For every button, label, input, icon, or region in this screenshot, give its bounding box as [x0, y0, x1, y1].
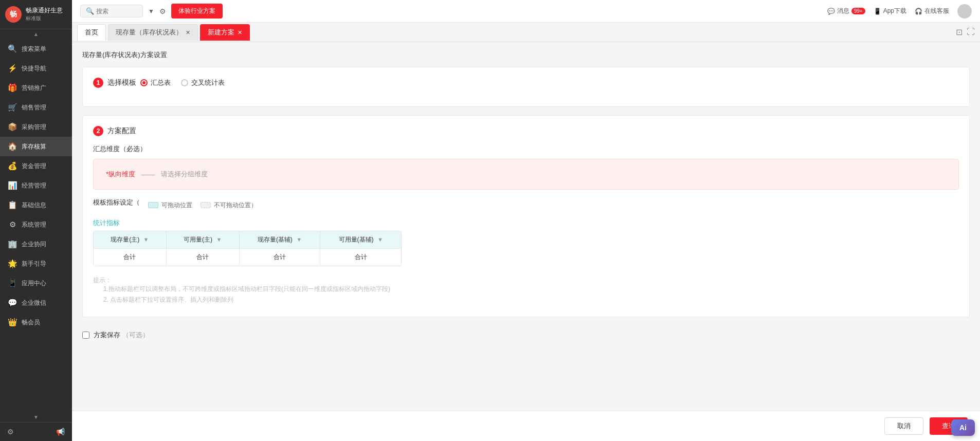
headset-icon: 🎧	[915, 8, 922, 15]
section1-header: 1 选择模板 汇总表 交叉统计表	[93, 78, 959, 88]
save-option: 方案保存 （可选）	[82, 325, 970, 345]
maximize-icon[interactable]: ⛶	[967, 27, 975, 37]
stats-table: 现存量(主) ▼ 可用量(主) ▼ 现存量(基辅) ▼	[93, 231, 402, 266]
cancel-button[interactable]: 取消	[884, 417, 923, 435]
app-download-button[interactable]: 📱 App下载	[874, 7, 906, 15]
sidebar-item-quick-nav[interactable]: ⚡ 快捷导航	[0, 59, 72, 78]
dropdown-icon-3[interactable]: ▼	[377, 236, 383, 243]
dimension-line: ——	[141, 171, 155, 178]
dropdown-icon-2[interactable]: ▼	[296, 236, 302, 243]
gift-icon: 🎁	[7, 83, 17, 93]
search-box[interactable]: 🔍	[80, 5, 143, 17]
tab-new-plan[interactable]: 新建方案 ✕	[200, 24, 250, 41]
col-available-main[interactable]: 可用量(主) ▼	[166, 231, 239, 249]
section-plan-config: 2 方案配置 汇总维度（必选） *纵向维度 —— 请选择分组维度 模板指标设定（	[82, 115, 970, 317]
home-icon: 🏠	[7, 142, 17, 151]
ai-button[interactable]: Ai	[951, 419, 975, 436]
tabbar-actions: ⊡ ⛶	[956, 27, 975, 37]
close-tab-new-plan[interactable]: ✕	[238, 29, 242, 36]
indicator-section: 模板指标设定（ 可拖动位置 不可拖动位置） 统计指标	[93, 198, 959, 304]
tips-label: 提示：	[93, 277, 112, 284]
chat-icon: 💬	[7, 298, 17, 307]
col-current-main[interactable]: 现存量(主) ▼	[94, 231, 166, 249]
speaker-icon[interactable]: 📢	[56, 428, 65, 436]
stats-label: 统计指标	[93, 218, 959, 228]
gear-icon: ⚙	[7, 220, 17, 229]
star-icon: 🌟	[7, 259, 17, 268]
sidebar-scroll-down[interactable]: ▼	[0, 412, 72, 422]
sidebar-item-operations[interactable]: 📊 经营管理	[0, 176, 72, 195]
dimension-config: 汇总维度（必选） *纵向维度 —— 请选择分组维度	[93, 144, 959, 190]
dimension-placeholder: 请选择分组维度	[161, 170, 208, 179]
stats-table-inner: 现存量(主) ▼ 可用量(主) ▼ 现存量(基辅) ▼	[94, 231, 401, 266]
table-row: 合计 合计 合计 合计	[94, 249, 401, 266]
sidebar-scroll-up[interactable]: ▲	[0, 29, 72, 39]
settings-icon[interactable]: ⚙	[7, 428, 14, 436]
sidebar-nav: 🔍 搜索菜单 ⚡ 快捷导航 🎁 营销推广 🛒 销售管理 📦 采购管理 🏠 库存核…	[0, 39, 72, 412]
crown-icon: 👑	[7, 318, 17, 327]
sidebar-item-wechat[interactable]: 💬 企业微信	[0, 293, 72, 313]
save-label: 方案保存 （可选）	[94, 330, 149, 340]
sidebar-item-newcomer[interactable]: 🌟 新手引导	[0, 254, 72, 273]
sidebar-item-basic-info[interactable]: 📋 基础信息	[0, 195, 72, 215]
tabbar: 首页 现存量（库存状况表） ✕ 新建方案 ✕ ⊡ ⛶	[72, 23, 980, 42]
trial-industry-button[interactable]: 体验行业方案	[171, 4, 223, 19]
footer-bar: 取消 查询	[72, 411, 980, 441]
not-draggable-box	[201, 202, 211, 208]
cell-0-2: 合计	[239, 249, 320, 266]
dropdown-arrow[interactable]: ▼	[148, 8, 154, 15]
radio-summary[interactable]: 汇总表	[140, 78, 171, 87]
cell-0-1: 合计	[166, 249, 239, 266]
cart-icon: 🛒	[7, 103, 17, 112]
legend-not-draggable: 不可拖动位置）	[201, 201, 257, 210]
dropdown-icon-1[interactable]: ▼	[216, 236, 222, 243]
money-icon: 💰	[7, 161, 17, 171]
section2-header: 2 方案配置	[93, 126, 959, 136]
search-input[interactable]	[96, 8, 137, 15]
sidebar-item-enterprise[interactable]: 🏢 企业协同	[0, 234, 72, 254]
topbar-right: 💬 消息 99+ 📱 App下载 🎧 在线客服	[827, 4, 972, 19]
chart-icon: 📊	[7, 181, 17, 190]
topbar: 🔍 ▼ ⚙ 体验行业方案 💬 消息 99+ 📱 App下载 🎧 在线客服	[72, 0, 980, 23]
sidebar-logo: 畅	[5, 6, 22, 23]
sidebar-item-purchase[interactable]: 📦 采购管理	[0, 117, 72, 137]
tip-1: 1.拖动标题栏可以调整布局，不可跨维度或指标区域拖动栏目字段(只能在同一维度或指…	[93, 285, 959, 293]
sidebar-item-inventory[interactable]: 🏠 库存核算	[0, 137, 72, 156]
tip-2: 2. 点击标题栏下拉可设置排序、插入列和删除列	[93, 296, 959, 304]
close-tab-inventory[interactable]: ✕	[186, 29, 190, 36]
sidebar-item-app-center[interactable]: 📱 应用中心	[0, 273, 72, 293]
message-button[interactable]: 💬 消息 99+	[827, 7, 865, 15]
main-area: 🔍 ▼ ⚙ 体验行业方案 💬 消息 99+ 📱 App下载 🎧 在线客服	[72, 0, 980, 441]
draggable-box	[148, 202, 158, 208]
sidebar-item-search[interactable]: 🔍 搜索菜单	[0, 39, 72, 59]
sidebar-item-marketing[interactable]: 🎁 营销推广	[0, 78, 72, 98]
draggable-legend: 模板指标设定（ 可拖动位置 不可拖动位置）	[93, 198, 959, 212]
box-icon: 📦	[7, 122, 17, 132]
user-avatar[interactable]	[957, 4, 972, 19]
save-checkbox[interactable]	[82, 332, 89, 339]
page-title: 现存量(库存状况表)方案设置	[82, 50, 970, 60]
sidebar-item-system[interactable]: ⚙ 系统管理	[0, 215, 72, 234]
col-current-aux[interactable]: 现存量(基辅) ▼	[239, 231, 320, 249]
tab-home[interactable]: 首页	[77, 24, 106, 41]
search-icon: 🔍	[7, 44, 17, 53]
radio-dot-summary	[140, 79, 148, 86]
sidebar-item-finance[interactable]: 💰 资金管理	[0, 156, 72, 176]
online-service-button[interactable]: 🎧 在线客服	[915, 7, 949, 15]
page-content: 现存量(库存状况表)方案设置 1 选择模板 汇总表 交叉统计表	[72, 42, 980, 411]
template-radio-group: 汇总表 交叉统计表	[140, 78, 225, 87]
radio-dot-cross	[181, 79, 188, 86]
message-icon: 💬	[827, 8, 835, 15]
cell-0-0: 合计	[94, 249, 166, 266]
radio-cross[interactable]: 交叉统计表	[181, 78, 225, 87]
gear-icon[interactable]: ⚙	[159, 7, 166, 15]
message-badge: 99+	[851, 8, 865, 14]
tab-inventory-status[interactable]: 现存量（库存状况表） ✕	[108, 24, 198, 41]
table-header-row: 现存量(主) ▼ 可用量(主) ▼ 现存量(基辅) ▼	[94, 231, 401, 249]
sidebar-item-vip[interactable]: 👑 畅会员	[0, 313, 72, 332]
sidebar-item-sales[interactable]: 🛒 销售管理	[0, 98, 72, 117]
col-available-aux[interactable]: 可用量(基辅) ▼	[320, 231, 401, 249]
dropdown-icon-0[interactable]: ▼	[143, 236, 149, 243]
app-name: 畅康通好生意	[26, 7, 63, 15]
minimize-icon[interactable]: ⊡	[956, 27, 963, 37]
